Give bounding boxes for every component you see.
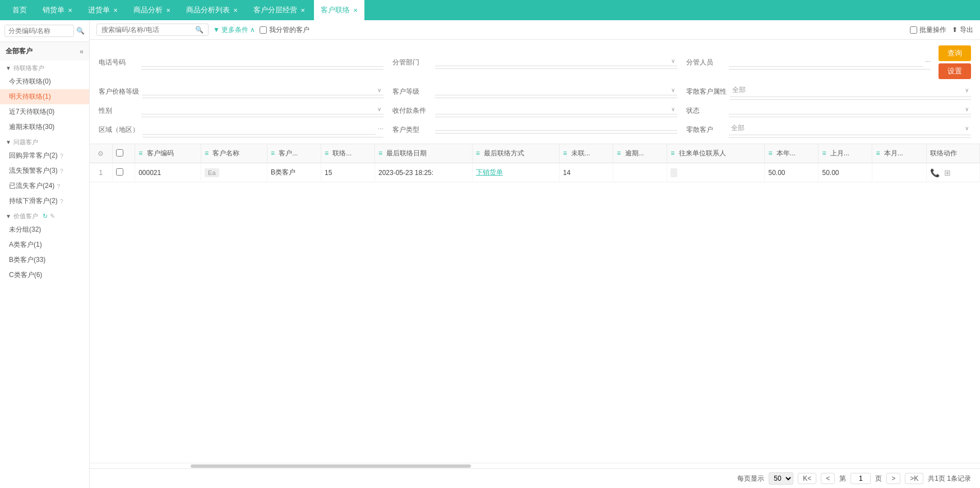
col-sort-icon: ≡ [563,149,567,157]
sidebar-item-declining[interactable]: 持续下滑客户(2) ? [0,194,89,209]
cell-last-month: 50.00 [819,163,872,182]
status-select[interactable]: ∨ [729,104,971,114]
nav-product-analysis[interactable]: 商品分析 ✕ [127,0,177,20]
nav-customer-stratify[interactable]: 客户分层经营 ✕ [247,0,312,20]
batch-op-checkbox[interactable] [910,26,917,34]
col-checkbox [112,144,135,163]
sidebar-search-area: 🔍 [0,20,89,42]
nav-purchase-order[interactable]: 进货单 ✕ [81,0,124,20]
arrow-icon: ▼ [6,139,11,145]
region-input-area: ··· [142,123,383,137]
nav-customer-contact[interactable]: 客户联络 ✕ [314,0,364,20]
content-area: 🔍 ▼ 更多条件 ∧ 我分管的客户 批量操作 ⬆ 导出 [90,20,980,488]
cell-last-contact-method: 下销货单 [472,163,559,182]
close-icon[interactable]: ✕ [301,7,305,13]
filter-dept-row: 分管部门 ∨ [392,45,677,79]
col-sort-icon: ≡ [205,149,209,157]
filter-search-input[interactable] [101,26,195,34]
nav-sales-order[interactable]: 销货单 ✕ [36,0,79,20]
sidebar-item-c-class[interactable]: C类客户(6) [0,268,89,283]
prev-page-btn[interactable]: < [821,473,835,484]
status-label: 状态 [686,106,725,116]
sidebar-search-icon[interactable]: 🔍 [76,27,85,35]
col-sort-icon: ≡ [876,149,880,157]
last-page-btn[interactable]: >K [905,473,923,484]
export-btn[interactable]: ⬆ 导出 [952,25,973,35]
cell-code: 000021 [135,163,201,182]
data-table-container: ⚙ ≡ 客户编码 ≡ 客户名称 [90,144,980,463]
row-checkbox[interactable] [116,168,123,176]
sidebar-search-input[interactable] [4,25,74,37]
my-customers-filter: 我分管的客户 [260,25,309,35]
region-input[interactable] [142,123,376,135]
batch-op-btn[interactable]: 批量操作 [910,25,946,35]
sidebar-item-tomorrow[interactable]: 明天待联络(1) [0,89,89,104]
select-all-checkbox[interactable] [116,149,123,156]
col-sort-icon: ≡ [378,149,382,157]
first-page-btn[interactable]: K< [798,473,816,484]
col-sort-icon: ≡ [271,149,275,157]
filter-status-row: 状态 ∨ [686,104,971,117]
customer-type-select[interactable] [435,127,677,131]
gender-select[interactable]: ∨ [141,104,383,114]
close-icon[interactable]: ✕ [166,7,170,13]
phone-input[interactable] [141,55,383,67]
close-icon[interactable]: ✕ [233,7,238,13]
payment-select[interactable]: ∨ [435,104,677,114]
close-icon[interactable]: ✕ [113,7,118,13]
sidebar-item-a-class[interactable]: A类客户(1) [0,237,89,252]
filter-bar: 🔍 ▼ 更多条件 ∧ 我分管的客户 批量操作 ⬆ 导出 [90,20,980,40]
region-dots-icon[interactable]: ··· [378,125,383,132]
scroll-thumb[interactable] [191,464,471,468]
more-conditions-btn[interactable]: ▼ 更多条件 ∧ [213,25,255,35]
table-body: 1 000021 Ea B类客户 15 2023-05-23 18:25: 下销… [90,163,980,182]
close-icon[interactable]: ✕ [353,7,358,13]
nav-home[interactable]: 首页 [6,0,34,20]
filter-search-icon[interactable]: 🔍 [195,26,204,34]
cell-type: B类客户 [267,163,321,182]
sidebar-item-overdue[interactable]: 逾期未联络(30) [0,119,89,135]
chevron-down-icon: ∨ [965,106,969,112]
sidebar-item-repurchase-abnormal[interactable]: 回购异常客户(2) ? [0,148,89,163]
col-company-contact: ≡ 往来单位联系人 [667,144,765,163]
sidebar-item-ungrouped[interactable]: 未分组(32) [0,222,89,237]
col-settings: ⚙ [90,144,112,163]
horizontal-scrollbar[interactable] [90,463,980,468]
chevron-down-icon: ∨ [965,87,969,93]
person-input[interactable] [729,55,923,67]
dept-select[interactable]: ∨ [435,56,677,66]
next-page-btn[interactable]: > [886,473,900,484]
nav-product-analysis-list[interactable]: 商品分析列表 ✕ [179,0,244,20]
col-this-month: ≡ 本月... [872,144,926,163]
sidebar-item-7days[interactable]: 近7天待联络(0) [0,104,89,119]
refresh-icon[interactable]: ↻ [43,213,48,220]
last-contact-method-link[interactable]: 下销货单 [476,168,503,176]
customer-level-select[interactable]: ∨ [435,85,677,95]
zero-attr-select[interactable]: 全部 ∨ [730,84,971,97]
zero-customer-select[interactable]: 全部 ∨ [729,122,971,135]
set-btn[interactable]: 设置 [939,63,971,79]
sidebar-item-churn-warning[interactable]: 流失预警客户(3) ? [0,163,89,178]
filter-zero-attr-row: 零散客户属性 全部 ∨ [686,84,971,100]
price-level-label: 客户价格等级 [99,87,139,96]
action-phone-icon[interactable]: 📞 [930,168,940,177]
sidebar-item-today[interactable]: 今天待联络(0) [0,74,89,89]
page-number-input[interactable] [850,473,871,484]
sidebar-item-churned[interactable]: 已流失客户(24) ? [0,178,89,194]
price-level-select[interactable]: ∨ [142,85,383,95]
sidebar-item-b-class[interactable]: B类客户(33) [0,252,89,268]
person-dots-icon[interactable]: ··· [925,57,931,65]
close-icon[interactable]: ✕ [68,7,72,13]
filter-customer-type-row: 客户类型 [392,122,677,138]
collapse-icon[interactable]: « [80,48,84,56]
edit-icon[interactable]: ✎ [50,213,55,220]
my-customers-checkbox[interactable] [260,26,267,34]
action-grid-icon[interactable]: ⊞ [944,168,951,177]
query-btn[interactable]: 查询 [939,45,971,61]
col-sort-icon: ≡ [138,149,142,157]
customer-level-select-area: ∨ [435,85,677,98]
cell-company-contact [667,163,765,182]
table-settings-icon[interactable]: ⚙ [98,150,104,158]
per-page-select[interactable]: 50 [769,472,793,485]
col-name: ≡ 客户名称 [201,144,267,163]
